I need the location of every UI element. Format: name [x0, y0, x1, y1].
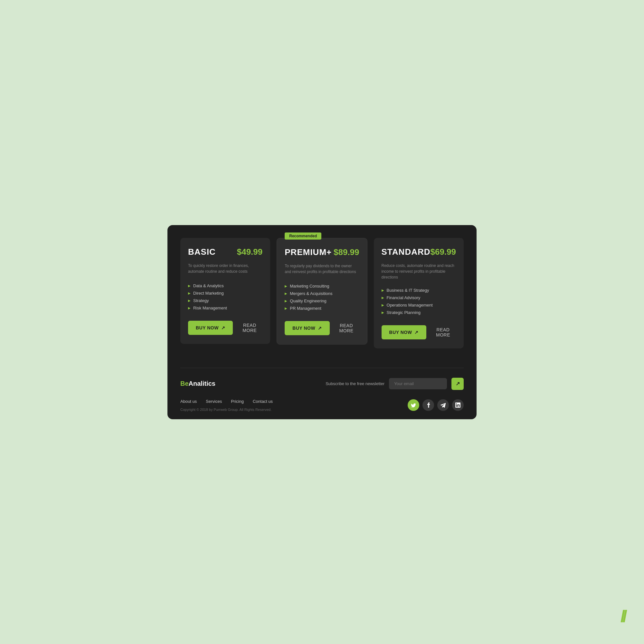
standard-card-header: STANDARD $69.99 — [382, 247, 456, 257]
list-item: ▶Strategic Planning — [382, 309, 456, 316]
nav-services[interactable]: Services — [206, 399, 222, 404]
arrow-icon: ▶ — [382, 303, 384, 307]
buy-arrow-icon: ↗ — [414, 330, 419, 335]
premium-card-actions: BUY NOW ↗ READ MORE — [285, 321, 359, 335]
basic-plan-description: To quickly restore order in finances, au… — [188, 263, 262, 276]
basic-buy-button[interactable]: BUY NOW ↗ — [188, 321, 233, 335]
arrow-icon: ▶ — [285, 292, 287, 295]
basic-plan-price: $49.99 — [237, 247, 263, 257]
list-item: ▶Direct Marketing — [188, 289, 262, 297]
basic-card: BASIC $49.99 To quickly restore order in… — [180, 238, 270, 344]
basic-plan-name: BASIC — [188, 247, 216, 257]
arrow-icon: ▶ — [188, 284, 191, 288]
standard-feature-list: ▶Business & IT Strategy ▶Financial Advis… — [382, 287, 456, 316]
premium-plan-name: PREMIUM+ — [285, 247, 332, 257]
brand-logo: BeAnalitics — [180, 380, 215, 387]
newsletter-submit-button[interactable]: ↗ — [451, 378, 464, 390]
premium-card: Recommended PREMIUM+ $89.99 To regularly… — [277, 238, 367, 345]
facebook-icon[interactable] — [422, 399, 434, 411]
main-container: BASIC $49.99 To quickly restore order in… — [167, 225, 477, 419]
standard-buy-button[interactable]: BUY NOW ↗ — [382, 325, 426, 339]
footer-left: About us Services Pricing Contact us Cop… — [180, 399, 273, 412]
list-item: ▶Marketing Consulting — [285, 282, 359, 290]
arrow-icon: ▶ — [285, 299, 287, 303]
arrow-icon: ▶ — [382, 311, 384, 314]
arrow-icon: ▶ — [188, 291, 191, 295]
standard-card-actions: BUY NOW ↗ READ MORE — [382, 325, 456, 339]
basic-card-actions: BUY NOW ↗ READ MORE — [188, 321, 262, 335]
arrow-icon: ▶ — [285, 284, 287, 288]
telegram-icon[interactable] — [437, 399, 449, 411]
footer-nav: About us Services Pricing Contact us — [180, 399, 273, 404]
premium-plan-description: To regularly pay dividends to the owner … — [285, 263, 359, 276]
brand-analitics: Analitics — [189, 380, 215, 387]
list-item: ▶PR Management — [285, 305, 359, 312]
brand-be: Be — [180, 380, 189, 387]
standard-plan-price: $69.99 — [430, 247, 456, 257]
linkedin-icon[interactable] — [452, 399, 464, 411]
footer-bottom: About us Services Pricing Contact us Cop… — [180, 399, 464, 412]
buy-arrow-icon: ↗ — [318, 326, 322, 331]
list-item: ▶Data & Analytics — [188, 282, 262, 289]
list-item: ▶Strategy — [188, 297, 262, 304]
arrow-icon: ▶ — [382, 296, 384, 299]
list-item: ▶Business & IT Strategy — [382, 287, 456, 294]
list-item: ▶Operations Management — [382, 301, 456, 309]
pricing-section: BASIC $49.99 To quickly restore order in… — [180, 238, 464, 348]
premium-feature-list: ▶Marketing Consulting ▶Mergers & Acquisi… — [285, 282, 359, 312]
standard-read-more-button[interactable]: READ MORE — [430, 327, 456, 337]
twitter-icon[interactable] — [408, 399, 419, 411]
standard-plan-description: Reduce costs, automate routine and reach… — [382, 263, 456, 280]
list-item: ▶Risk Management — [188, 304, 262, 312]
nav-contact-us[interactable]: Contact us — [253, 399, 273, 404]
newsletter-label: Subscribe to the free newsletter — [326, 381, 384, 386]
basic-card-header: BASIC $49.99 — [188, 247, 262, 257]
newsletter-input[interactable] — [389, 378, 447, 389]
footer-top: BeAnalitics Subscribe to the free newsle… — [180, 378, 464, 390]
copyright-text: Copyright © 2018 by Purrweb Group. All R… — [180, 408, 273, 412]
arrow-icon: ▶ — [382, 289, 384, 292]
footer: BeAnalitics Subscribe to the free newsle… — [180, 368, 464, 419]
nav-about-us[interactable]: About us — [180, 399, 197, 404]
recommended-badge: Recommended — [285, 232, 321, 240]
premium-plan-price: $89.99 — [334, 247, 359, 257]
standard-card: STANDARD $69.99 Reduce costs, automate r… — [374, 238, 464, 348]
nav-pricing[interactable]: Pricing — [231, 399, 244, 404]
standard-plan-name: STANDARD — [382, 247, 431, 257]
arrow-icon: ▶ — [188, 299, 191, 302]
list-item: ▶Quality Engineering — [285, 297, 359, 305]
basic-read-more-button[interactable]: READ MORE — [237, 323, 262, 333]
premium-read-more-button[interactable]: READ MORE — [334, 323, 359, 333]
buy-arrow-icon: ↗ — [221, 325, 225, 330]
list-item: ▶Mergers & Acquisitions — [285, 290, 359, 297]
basic-feature-list: ▶Data & Analytics ▶Direct Marketing ▶Str… — [188, 282, 262, 312]
social-icons — [408, 399, 464, 411]
arrow-icon: ▶ — [188, 306, 191, 310]
premium-buy-button[interactable]: BUY NOW ↗ — [285, 321, 329, 335]
premium-card-header: PREMIUM+ $89.99 — [285, 247, 359, 257]
list-item: ▶Financial Advisory — [382, 294, 456, 301]
decorative-slashes: // — [620, 608, 625, 625]
newsletter-section: Subscribe to the free newsletter ↗ — [326, 378, 464, 390]
arrow-icon: ▶ — [285, 307, 287, 310]
